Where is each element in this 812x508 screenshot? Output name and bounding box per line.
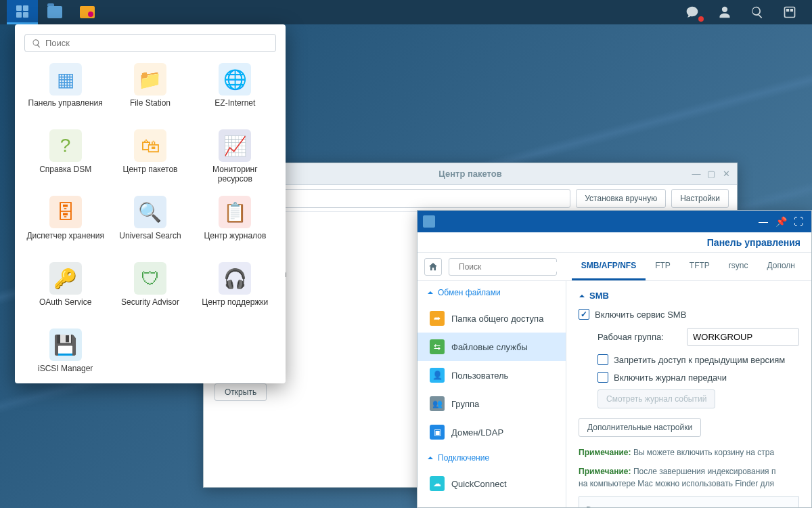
app-label: iSCSI Manager	[38, 364, 93, 373]
sidebar-group-filesharing[interactable]: Обмен файлами	[418, 281, 566, 304]
start-menu-item[interactable]: 📈Мониторинг ресурсов	[194, 127, 276, 188]
start-menu-item[interactable]: 🛍Центр пакетов	[109, 127, 191, 188]
package-center-title: Центр пакетов	[438, 169, 501, 179]
start-menu-search-input[interactable]	[45, 38, 269, 48]
workgroup-input[interactable]	[687, 328, 799, 346]
control-panel-titlebar[interactable]: — 📌 ⛶	[418, 211, 811, 232]
svg-rect-1	[786, 9, 789, 12]
sidebar-item-user[interactable]: 👤Пользователь	[418, 361, 566, 389]
control-panel-icon	[423, 215, 435, 228]
app-label: Панель управления	[28, 98, 103, 108]
sidebar-group-connectivity[interactable]: Подключение	[418, 446, 566, 469]
taskbar-notifications[interactable]	[677, 0, 708, 24]
sidebar-item-shared-folder[interactable]: ➦Папка общего доступа	[418, 304, 566, 333]
app-label: Справка DSM	[39, 165, 91, 174]
enable-smb-checkbox-row[interactable]: Включить сервис SMB	[579, 309, 799, 320]
app-label: Security Advisor	[121, 297, 179, 307]
view-log-button: Смотреть журнал событий	[597, 389, 715, 408]
home-button[interactable]	[424, 258, 442, 276]
start-menu: ▦Панель управления📁File Station🌐EZ-Inter…	[15, 24, 286, 383]
svg-rect-0	[785, 7, 795, 18]
shared-folder-icon: ➦	[430, 311, 445, 326]
app-icon: 📈	[219, 129, 251, 162]
package-settings-button[interactable]: Настройки	[671, 189, 729, 208]
control-panel-header: Панель управления	[418, 232, 811, 253]
sidebar-item-quickconnect[interactable]: ☁QuickConnect	[418, 469, 566, 498]
app-icon: 🛡	[134, 262, 166, 295]
quickconnect-icon: ☁	[430, 476, 445, 491]
app-icon: 🔑	[49, 262, 82, 295]
taskbar-app-filestation[interactable]	[39, 0, 70, 24]
package-icon	[80, 6, 95, 18]
start-menu-button[interactable]	[7, 0, 38, 24]
start-menu-item[interactable]: 💾iSCSI Manager	[24, 326, 106, 387]
advanced-settings-button[interactable]: Дополнительные настройки	[579, 418, 701, 437]
start-menu-search[interactable]	[24, 34, 276, 52]
window-maximize-button[interactable]: ▢	[704, 168, 718, 180]
manual-install-button[interactable]: Установка вручную	[576, 189, 666, 208]
app-icon: 🔍	[134, 196, 166, 228]
address-infobox: Введите указанные ниже адреса для доступ…	[579, 496, 799, 507]
user-icon	[718, 5, 731, 19]
app-icon: 📁	[134, 63, 166, 96]
app-label: Центр пакетов	[123, 165, 178, 174]
app-label: OAuth Service	[39, 297, 91, 307]
start-menu-item[interactable]: 📁File Station	[109, 60, 191, 121]
smb-section-title[interactable]: SMB	[579, 291, 799, 301]
app-label: Диспетчер хранения	[26, 231, 104, 240]
note-1: Примечание: Вы можете включить корзину н…	[579, 446, 799, 459]
app-icon: 🎧	[219, 262, 251, 295]
tab-more[interactable]: Дополн	[758, 253, 805, 280]
control-panel-content: SMB Включить сервис SMB Рабочая группа: …	[566, 281, 811, 507]
control-panel-toolbar: SMB/AFP/NFS FTP TFTP rsync Дополн	[418, 253, 811, 281]
app-label: Мониторинг ресурсов	[196, 165, 275, 184]
tab-tftp[interactable]: TFTP	[680, 253, 719, 280]
taskbar-search[interactable]	[742, 0, 773, 24]
window-minimize-button[interactable]: —	[756, 215, 771, 228]
app-icon: 📋	[219, 196, 251, 228]
workgroup-label: Рабочая группа:	[597, 332, 679, 342]
start-menu-item[interactable]: ?Справка DSM	[24, 127, 106, 188]
control-panel-search-input[interactable]	[459, 262, 560, 272]
search-icon	[32, 39, 41, 48]
app-label: Universal Search	[119, 231, 181, 240]
start-menu-item[interactable]: 🛡Security Advisor	[109, 259, 191, 320]
taskbar-app-package[interactable]	[72, 0, 103, 24]
start-menu-item[interactable]: 🔍Universal Search	[109, 193, 191, 254]
sidebar-item-file-services[interactable]: ⇆Файловые службы	[418, 333, 566, 361]
app-icon: 🛍	[134, 129, 166, 162]
start-menu-item[interactable]: 🗄Диспетчер хранения	[24, 193, 106, 254]
checkbox-checked-icon	[579, 309, 589, 320]
app-label: Центр журналов	[204, 231, 266, 240]
app-label: Центр поддержки	[202, 297, 268, 307]
sidebar-item-domain-ldap[interactable]: ▣Домен/LDAP	[418, 418, 566, 446]
tab-smb-afp-nfs[interactable]: SMB/AFP/NFS	[572, 253, 646, 280]
control-panel-window: — 📌 ⛶ Панель управления SMB/AFP/NFS FTP …	[417, 210, 812, 508]
sidebar-item-group[interactable]: 👥Группа	[418, 389, 566, 418]
user-icon: 👤	[430, 368, 445, 383]
start-menu-item[interactable]: 🔑OAuth Service	[24, 259, 106, 320]
taskbar-user[interactable]	[709, 0, 740, 24]
taskbar-widgets[interactable]	[774, 0, 805, 24]
window-pin-button[interactable]: 📌	[773, 215, 788, 228]
window-minimize-button[interactable]: —	[690, 168, 703, 180]
home-icon	[428, 261, 438, 272]
tab-ftp[interactable]: FTP	[646, 253, 680, 280]
window-maximize-button[interactable]: ⛶	[791, 215, 806, 228]
ldap-icon: ▣	[430, 425, 445, 440]
file-services-icon: ⇆	[430, 339, 445, 354]
start-menu-item[interactable]: ▦Панель управления	[24, 60, 106, 121]
window-close-button[interactable]: ✕	[719, 168, 733, 180]
control-panel-sidebar: Обмен файлами ➦Папка общего доступа ⇆Фай…	[418, 281, 566, 507]
start-menu-item[interactable]: 🎧Центр поддержки	[194, 259, 276, 320]
app-icon: 💾	[49, 329, 82, 361]
start-menu-item[interactable]: 📋Центр журналов	[194, 193, 276, 254]
control-panel-search[interactable]	[449, 258, 557, 276]
notification-badge	[698, 16, 704, 22]
app-icon: ?	[49, 129, 82, 162]
deny-previous-checkbox-row[interactable]: Запретить доступ к предыдущим версиям	[597, 354, 799, 365]
start-menu-item[interactable]: 🌐EZ-Internet	[194, 60, 276, 121]
control-panel-tabs: SMB/AFP/NFS FTP TFTP rsync Дополн	[572, 253, 805, 280]
enable-log-checkbox-row[interactable]: Включить журнал передачи	[597, 372, 799, 383]
tab-rsync[interactable]: rsync	[719, 253, 758, 280]
